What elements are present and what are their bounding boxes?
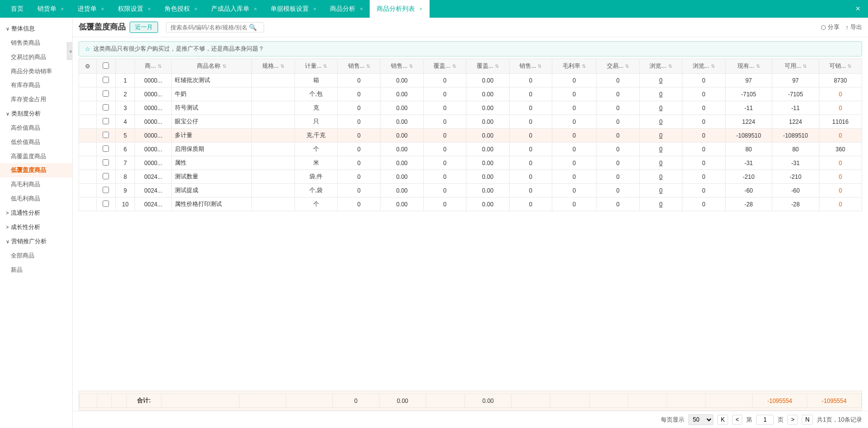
next-page-button[interactable]: > [787,415,798,425]
sidebar-item-low-coverage[interactable]: 低覆盖度商品 [0,163,72,177]
close-roles-icon[interactable]: × [194,6,197,12]
sidebar-section-growth[interactable]: > 成长性分析 [0,220,72,234]
nav-analysis[interactable]: 商品分析 × [323,0,370,18]
th-available[interactable]: 可用... ⇅ [772,59,819,74]
prev-page-button[interactable]: < [732,415,742,425]
page-number-input[interactable] [756,415,774,425]
nav-sales[interactable]: 销货单 × [30,0,71,18]
td-checkbox[interactable] [97,198,116,211]
td-checkbox[interactable] [97,115,116,129]
sidebar-item-with-stock[interactable]: 有库存商品 [0,78,72,92]
th-sales-amt[interactable]: 销售... ⇅ [380,59,423,74]
th-name[interactable]: 商品名称 ⇅ [171,59,251,74]
sidebar-section-overall-label: 整体信息 [11,25,35,33]
nav-analysis-list[interactable]: 商品分析列表 × [370,0,429,18]
td-checkbox[interactable] [97,156,116,170]
td-sellable: 0 [819,170,862,184]
export-button[interactable]: ↑ 导出 [845,23,862,31]
td-checkbox[interactable] [97,74,116,87]
th-unit[interactable]: 计量... ⇅ [295,59,337,74]
th-settings[interactable]: ⚙ [79,59,97,74]
td-browse-a[interactable]: 0 [639,143,682,156]
td-checkbox[interactable] [97,170,116,184]
table-container[interactable]: ⚙ 商... ⇅ 商品名称 ⇅ 规格... ⇅ 计量... ⇅ 销售... ⇅ … [79,58,862,391]
sidebar-item-high-value[interactable]: 高价值商品 [0,121,72,135]
close-analysis-list-icon[interactable]: × [419,6,422,12]
td-checkbox[interactable] [97,184,116,198]
sidebar-item-high-gross[interactable]: 高毛利商品 [0,177,72,192]
row-checkbox[interactable] [103,145,109,152]
row-checkbox[interactable] [103,77,109,83]
td-checkbox[interactable] [97,87,116,101]
th-cover-amt[interactable]: 覆盖... ⇅ [466,59,509,74]
sidebar-section-category[interactable]: ∨ 类别度分析 [0,107,72,121]
sidebar-item-low-value[interactable]: 低价值商品 [0,135,72,149]
th-sellable[interactable]: 可销... ⇅ [819,59,862,74]
close-permissions-icon[interactable]: × [148,6,151,12]
th-sales-sub[interactable]: 销售... ⇅ [509,59,552,74]
close-analysis-icon[interactable]: × [360,6,363,12]
page-size-select[interactable]: 10 20 50 100 [688,414,713,425]
nav-template[interactable]: 单据模板设置 × [264,0,323,18]
td-num: 3 [115,101,135,115]
row-checkbox[interactable] [103,132,109,138]
time-filter-button[interactable]: 近一月 [130,22,158,33]
td-browse-a[interactable]: 0 [639,115,682,129]
th-browse-b[interactable]: 浏览... ⇅ [682,59,725,74]
sidebar-item-traded-goods[interactable]: 交易过的商品 [0,50,72,64]
sidebar-section-marketing[interactable]: ∨ 营销推广分析 [0,234,72,249]
close-all-button[interactable]: × [852,4,864,13]
row-checkbox[interactable] [103,187,109,193]
close-template-icon[interactable]: × [313,6,316,12]
th-spec[interactable]: 规格... ⇅ [252,59,295,74]
nav-permissions[interactable]: 权限设置 × [111,0,158,18]
row-checkbox[interactable] [103,118,109,124]
th-current[interactable]: 现有... ⇅ [725,59,772,74]
row-checkbox[interactable] [103,159,109,166]
td-checkbox[interactable] [97,101,116,115]
th-checkbox[interactable] [97,59,116,74]
last-page-button[interactable]: N [802,415,813,425]
row-checkbox[interactable] [103,200,109,207]
nav-home[interactable]: 首页 [4,0,30,18]
th-sales-qty[interactable]: 销售... ⇅ [337,59,380,74]
nav-purchase[interactable]: 进货单 × [71,0,111,18]
sidebar-item-all-goods[interactable]: 全部商品 [0,249,72,263]
row-checkbox[interactable] [103,90,109,97]
sidebar-section-overall[interactable]: ∨ 整体信息 [0,22,72,36]
th-gross-rate[interactable]: 毛利率 ⇅ [552,59,597,74]
th-browse-a[interactable]: 浏览... ⇅ [639,59,682,74]
select-all-checkbox[interactable] [103,62,109,69]
td-browse-a[interactable]: 0 [639,129,682,143]
sidebar-item-low-gross[interactable]: 低毛利商品 [0,192,72,206]
td-browse-a[interactable]: 0 [639,170,682,184]
td-browse-a[interactable]: 0 [639,198,682,211]
td-browse-a[interactable]: 0 [639,184,682,198]
close-sales-icon[interactable]: × [61,6,64,12]
sidebar-item-sales-goods[interactable]: 销售类商品 [0,36,72,50]
td-checkbox[interactable] [97,143,116,156]
first-page-button[interactable]: K [717,415,728,425]
td-browse-a[interactable]: 0 [639,101,682,115]
td-browse-a[interactable]: 0 [639,74,682,87]
row-checkbox[interactable] [103,173,109,179]
th-code[interactable]: 商... ⇅ [135,59,171,74]
sidebar-section-circulation[interactable]: > 流通性分析 [0,206,72,220]
search-input[interactable] [170,24,249,31]
row-checkbox[interactable] [103,104,109,111]
td-checkbox[interactable] [97,129,116,143]
sidebar-item-category-rate[interactable]: 商品分类动销率 [0,64,72,79]
sidebar-collapse-button[interactable]: « [67,42,73,60]
nav-roles[interactable]: 角色授权 × [158,0,204,18]
nav-product-entry[interactable]: 产成品入库单 × [204,0,264,18]
th-trade[interactable]: 交易... ⇅ [597,59,639,74]
th-cover-qty[interactable]: 覆盖... ⇅ [423,59,466,74]
td-browse-a[interactable]: 0 [639,87,682,101]
sidebar-item-stock-capital[interactable]: 库存资金占用 [0,92,72,107]
close-product-entry-icon[interactable]: × [254,6,257,12]
close-purchase-icon[interactable]: × [101,6,104,12]
share-button[interactable]: ⬡ 分享 [821,23,840,31]
sidebar-item-new-goods[interactable]: 新品 [0,263,72,277]
sidebar-item-high-coverage[interactable]: 高覆盖度商品 [0,149,72,164]
td-browse-a[interactable]: 0 [639,156,682,170]
